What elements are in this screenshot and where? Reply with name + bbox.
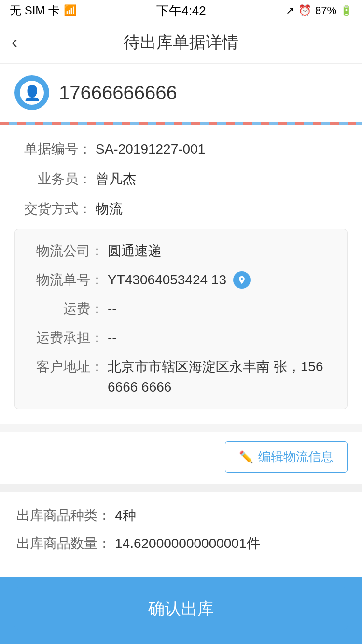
logistics-freight-bearer-value: -- <box>104 328 335 348</box>
product-quantity-row: 出库商品数量： 14.620000000000001件 <box>14 534 348 553</box>
nav-bar: ‹ 待出库单据详情 <box>0 21 362 64</box>
battery-label: 87% <box>315 4 336 17</box>
track-location-icon[interactable] <box>233 271 251 289</box>
battery-icon: 🔋 <box>340 5 352 16</box>
sales-person-row: 业务员： 曾凡杰 <box>14 169 348 189</box>
edit-logistics-button[interactable]: ✏️ 编辑物流信息 <box>225 441 348 473</box>
edit-button-row: ✏️ 编辑物流信息 <box>0 432 362 484</box>
order-number-value: SA-20191227-001 <box>92 139 348 159</box>
order-info-section: 单据编号： SA-20191227-001 业务员： 曾凡杰 交货方式： 物流 … <box>0 125 362 424</box>
logistics-tracking-label: 物流单号： <box>27 270 104 290</box>
sales-person-value: 曾凡杰 <box>92 169 348 189</box>
status-right: ↗ ⏰ 87% 🔋 <box>286 4 352 17</box>
product-types-row: 出库商品种类： 4种 <box>14 506 348 525</box>
logistics-company-value: 圆通速递 <box>104 241 335 261</box>
avatar: 👤 <box>14 75 49 110</box>
logistics-freight-bearer-label: 运费承担： <box>27 328 104 348</box>
back-button[interactable]: ‹ <box>12 32 17 53</box>
sales-person-label: 业务员： <box>14 169 92 189</box>
section-divider <box>0 484 362 492</box>
dashed-divider <box>0 122 362 125</box>
avatar-person-icon: 👤 <box>23 84 41 101</box>
order-number-row: 单据编号： SA-20191227-001 <box>14 139 348 159</box>
alarm-icon: ⏰ <box>298 4 311 17</box>
order-number-label: 单据编号： <box>14 139 92 159</box>
location-status-icon: ↗ <box>286 4 294 17</box>
carrier-label: 无 SIM 卡 <box>10 3 60 18</box>
product-quantity-value: 14.620000000000001件 <box>111 534 260 553</box>
logistics-address-row: 客户地址： 北京市市辖区海淀区永丰南 张，156 6666 6666 <box>27 357 335 397</box>
logistics-tracking-value: YT43064053424 13 <box>104 270 335 290</box>
page-title: 待出库单据详情 <box>124 31 238 54</box>
customer-header: 👤 17666666666 <box>0 64 362 122</box>
logistics-freight-bearer-row: 运费承担： -- <box>27 328 335 348</box>
delivery-method-row: 交货方式： 物流 <box>14 199 348 219</box>
logistics-freight-value: -- <box>104 299 335 319</box>
product-types-value: 4种 <box>111 506 136 525</box>
logistics-tracking-row: 物流单号： YT43064053424 13 <box>27 270 335 290</box>
logistics-address-value: 北京市市辖区海淀区永丰南 张，156 6666 6666 <box>104 357 335 397</box>
products-section: 出库商品种类： 4种 出库商品数量： 14.620000000000001件 <box>0 492 362 567</box>
edit-logistics-label: 编辑物流信息 <box>258 448 334 465</box>
delivery-method-label: 交货方式： <box>14 199 92 219</box>
logistics-company-row: 物流公司： 圆通速递 <box>27 241 335 261</box>
status-left: 无 SIM 卡 📶 <box>10 3 77 18</box>
status-bar: 无 SIM 卡 📶 下午4:42 ↗ ⏰ 87% 🔋 <box>0 0 362 21</box>
edit-icon: ✏️ <box>239 450 253 464</box>
time-label: 下午4:42 <box>156 2 206 19</box>
confirm-button-container: 确认出库 <box>0 577 362 644</box>
logistics-company-label: 物流公司： <box>27 241 104 261</box>
product-types-label: 出库商品种类： <box>14 506 111 525</box>
logistics-freight-row: 运费： -- <box>27 299 335 319</box>
customer-phone: 17666666666 <box>59 82 177 104</box>
confirm-button[interactable]: 确认出库 <box>14 587 348 630</box>
wifi-icon: 📶 <box>64 4 77 17</box>
avatar-inner: 👤 <box>20 81 44 105</box>
logistics-freight-label: 运费： <box>27 299 104 319</box>
logistics-card: 物流公司： 圆通速递 物流单号： YT43064053424 13 运费： -- <box>14 229 348 409</box>
logistics-address-label: 客户地址： <box>27 357 104 377</box>
delivery-method-value: 物流 <box>92 199 348 219</box>
product-quantity-label: 出库商品数量： <box>14 534 111 553</box>
